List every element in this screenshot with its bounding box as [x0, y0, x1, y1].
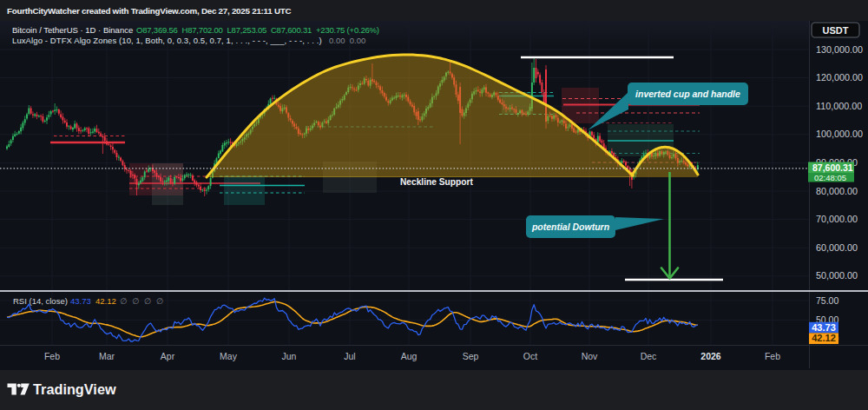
- svg-text:May: May: [220, 351, 238, 361]
- svg-text:87,600.31: 87,600.31: [812, 162, 853, 173]
- svg-text:Nov: Nov: [582, 351, 598, 361]
- svg-text:TradingView: TradingView: [33, 381, 116, 397]
- svg-text:2026: 2026: [700, 351, 721, 361]
- svg-text:Bitcoin / TetherUS · 1D · Bina: Bitcoin / TetherUS · 1D · Binance: [12, 25, 133, 35]
- svg-text:Dec: Dec: [641, 351, 657, 361]
- svg-text:43.73: 43.73: [70, 296, 91, 306]
- svg-text:Neckline Support: Neckline Support: [400, 177, 473, 187]
- svg-text:130,000.00: 130,000.00: [816, 44, 863, 55]
- svg-text:75.00: 75.00: [816, 295, 838, 306]
- svg-text:O87,369.56 H87,702.00 L87,25: O87,369.56 H87,702.00 L87,253.05 C87,600…: [136, 25, 379, 35]
- svg-text:Sep: Sep: [463, 351, 479, 361]
- svg-text:Mar: Mar: [99, 351, 115, 361]
- svg-text:50,000.00: 50,000.00: [816, 270, 858, 281]
- svg-text:02:48:05: 02:48:05: [814, 173, 846, 182]
- svg-text:42.12: 42.12: [95, 296, 116, 306]
- svg-text:60,000.00: 60,000.00: [816, 242, 858, 253]
- svg-text:FourthCityWatcher created with: FourthCityWatcher created with TradingVi…: [7, 6, 291, 16]
- svg-text:120,000.00: 120,000.00: [816, 72, 863, 83]
- svg-text:Feb: Feb: [44, 351, 60, 361]
- svg-text:potential Dowturn: potential Dowturn: [531, 222, 609, 232]
- svg-text:43.73: 43.73: [812, 322, 836, 333]
- svg-text:Jul: Jul: [344, 351, 355, 361]
- svg-text:42.12: 42.12: [812, 333, 836, 343]
- svg-text:LuxAlgo - DTFX Algo Zones (10,: LuxAlgo - DTFX Algo Zones (10, 1, Both, …: [12, 36, 322, 45]
- svg-text:Apr: Apr: [161, 351, 175, 361]
- svg-text:Oct: Oct: [523, 351, 537, 361]
- svg-text:∅ ∅ ∅ ∅: ∅ ∅ ∅ ∅: [120, 296, 165, 306]
- svg-text:RSI (14, close): RSI (14, close): [13, 296, 68, 306]
- svg-text:100,000.00: 100,000.00: [816, 129, 863, 139]
- svg-text:inverted cup and handle: inverted cup and handle: [635, 89, 740, 99]
- svg-text:70,000.00: 70,000.00: [816, 214, 858, 224]
- svg-text:USDT: USDT: [823, 25, 849, 36]
- svg-text:Feb: Feb: [765, 351, 780, 361]
- svg-text:Jun: Jun: [282, 351, 297, 361]
- svg-text:0.00 0.00: 0.00 0.00: [329, 36, 365, 45]
- svg-text:Aug: Aug: [401, 351, 418, 361]
- svg-text:80,000.00: 80,000.00: [816, 186, 858, 196]
- svg-text:110,000.00: 110,000.00: [816, 101, 862, 111]
